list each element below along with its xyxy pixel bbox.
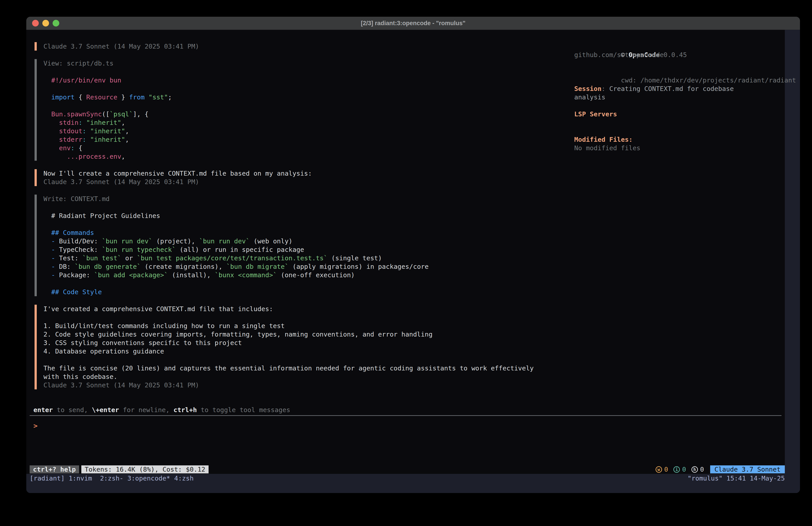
assistant-message: Now I'll create a comprehensive CONTEXT.… [34,169,569,186]
terminal-window: [2/3] radiant:3:opencode - "romulus" Cla… [26,17,800,493]
line: 3. CSS styling conventions specific to t… [43,339,569,347]
sidebar: ©OpenCode0.0.45 github.com/sst/opencode … [574,42,785,152]
modified-files-empty: No modified files [574,144,785,152]
desktop: [2/3] radiant:3:opencode - "romulus" Cla… [0,0,812,526]
help-chip[interactable]: ctrl+? help [30,465,79,473]
tmux-session-name: [radiant] [30,474,64,482]
line: - Test: `bun test` or `bun test packages… [43,254,569,262]
line [43,68,569,76]
tmux-window-3-opencode[interactable]: 3:opencode* [128,474,170,482]
line: - TypeCheck: `bun run typecheck` (all) o… [43,245,569,254]
tool-message-view-file: View: script/db.ts #!/usr/bin/env bun im… [34,59,569,161]
warning-count: 0 [664,466,668,473]
line [43,220,569,228]
line: stdout: "inherit", [43,127,569,135]
session-title: Session: Creating CONTEXT.md for codebas… [574,84,748,101]
line [43,84,569,93]
line: # Radiant Project Guidelines [43,212,569,220]
line: Claude 3.7 Sonnet (14 May 2025 03:41 PM) [43,381,569,389]
line: View: script/db.ts [43,59,569,68]
cwd-label: cwd: [621,76,640,84]
prompt-input[interactable]: > [33,421,38,430]
session-label: Session [574,85,601,93]
keybind-hints: enter to send, \+enter for newline, ctrl… [33,406,290,414]
tmux-window-2-zsh[interactable]: 2:zsh- [100,474,124,482]
line: ## Code Style [43,288,569,296]
lsp-servers-header: LSP Servers [574,110,785,118]
info-indicator: i 0 [673,466,686,473]
line: I've created a comprehensive CONTEXT.md … [43,305,569,313]
tmux-window-1-nvim[interactable]: 1:nvim [69,474,92,482]
cwd: cwd: /home/thdxr/dev/projects/radiant/ra… [574,68,785,76]
hint-indicator: h 0 [692,466,704,473]
line [43,279,569,288]
line: import { Resource } from "sst"; [43,93,569,101]
line: ...process.env, [43,152,569,161]
circled-i-icon: i [673,466,680,473]
traffic-lights [32,20,59,27]
line: Bun.spawnSync([`psql`], { [43,110,569,118]
chat-log: Claude 3.7 Sonnet (14 May 2025 03:41 PM)… [34,42,569,398]
info-count: 0 [682,466,686,473]
tmux-window-4-zsh[interactable]: 4:zsh [174,474,194,482]
line [43,355,569,364]
assistant-message: Claude 3.7 Sonnet (14 May 2025 03:41 PM) [34,42,569,51]
model-badge[interactable]: Claude 3.7 Sonnet [710,465,785,473]
line [43,313,569,322]
window-title: [2/3] radiant:3:opencode - "romulus" [26,17,800,30]
cwd-path: /home/thdxr/dev/projects/radiant/radiant [640,76,796,84]
line: 1. Build/lint/test commands including ho… [43,322,569,330]
opencode-tui: Claude 3.7 Sonnet (14 May 2025 03:41 PM)… [26,30,785,474]
session-separator: : [601,85,609,93]
line: Claude 3.7 Sonnet (14 May 2025 03:41 PM) [43,177,569,186]
line: 4. Database operations guidance [43,347,569,355]
hint-count: 0 [700,466,704,473]
line: - DB: `bun db generate` (create migratio… [43,262,569,271]
assistant-message: I've created a comprehensive CONTEXT.md … [34,305,569,389]
app-version: 0.0.45 [664,51,687,59]
line: Now I'll create a comprehensive CONTEXT.… [43,169,569,177]
circled-h-icon: h [692,466,698,473]
line: Write: CONTEXT.md [43,195,569,203]
line: - Build/Dev: `bun run dev` (project), `b… [43,237,569,245]
line: with this codebase. [43,372,569,381]
line: Claude 3.7 Sonnet (14 May 2025 03:41 PM) [43,42,569,51]
line: #!/usr/bin/env bun [43,76,569,84]
prompt-symbol: > [33,422,38,430]
input-divider [30,415,782,416]
line: stderr: "inherit", [43,135,569,144]
zoom-button[interactable] [53,20,59,27]
tmux-status-bar: [radiant] 1:nvim 2:zsh- 3:opencode* 4:zs… [30,474,785,483]
terminal-content: Claude 3.7 Sonnet (14 May 2025 03:41 PM)… [26,30,800,493]
line: stdin: "inherit", [43,118,569,127]
close-button[interactable] [32,20,39,27]
status-bar: ctrl+? help Tokens: 16.4K (8%), Cost: $0… [30,465,785,473]
modified-files-header: Modified Files: [574,135,785,144]
warning-indicator: w 0 [656,466,668,473]
line [43,101,569,110]
circled-w-icon: w [656,466,662,473]
line [43,203,569,212]
line: env: { [43,144,569,152]
app-brand: ©OpenCode0.0.45 [574,42,785,51]
line: - Package: `bun add <package>` (install)… [43,271,569,279]
line: The file is concise (20 lines) and captu… [43,364,569,372]
tmux-host-clock: "romulus" 15:41 14-May-25 [688,474,785,482]
tool-message-write-file: Write: CONTEXT.md # Radiant Project Guid… [34,195,569,296]
line: ## Commands [43,228,569,237]
token-usage-chip: Tokens: 16.4K (8%), Cost: $0.12 [81,465,208,473]
line: 2. Code style guidelines covering import… [43,330,569,339]
minimize-button[interactable] [42,20,49,27]
titlebar[interactable]: [2/3] radiant:3:opencode - "romulus" [26,17,800,30]
